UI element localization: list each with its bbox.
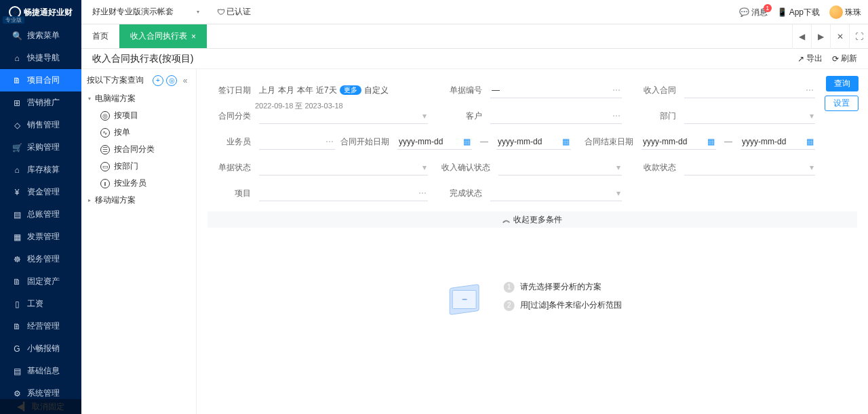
verified-chip[interactable]: 🛡 已认证 xyxy=(217,6,251,18)
filter-area: 查询 设置 签订日期 上月 本月 本年 近7天 更多 自定义 xyxy=(197,69,868,414)
account-selector[interactable]: 好业财专业版演示帐套 ▾ xyxy=(88,6,203,18)
app-download-button[interactable]: 📱 App下载 xyxy=(777,7,820,18)
sidebar-item-1[interactable]: ⌂快捷导航 xyxy=(0,47,81,69)
settings-button[interactable]: 设置 xyxy=(825,96,859,111)
sidebar-item-12[interactable]: ▯工资 xyxy=(0,293,81,315)
leaf-icon: ◎ xyxy=(100,111,110,121)
messages-button[interactable]: 💬 消息 1 xyxy=(739,7,768,18)
sidebar-label: 系统管理 xyxy=(27,388,60,399)
sidebar-icon: 🗎 xyxy=(12,322,22,331)
tab-prev-button[interactable]: ◀ xyxy=(792,24,811,49)
scheme-title: 按以下方案查询 xyxy=(87,75,150,86)
shield-icon: 🛡 xyxy=(217,7,225,17)
receipt-status-select[interactable]: ▾ xyxy=(684,159,816,175)
page-actions: ↗导出 ⟳刷新 xyxy=(797,53,857,64)
income-contract-input[interactable]: ⋯ xyxy=(684,82,816,98)
sidebar-item-8[interactable]: ▤总账管理 xyxy=(0,203,81,226)
salesman-input[interactable]: ⋯ xyxy=(259,133,335,150)
sidebar-item-4[interactable]: ◇销售管理 xyxy=(0,114,81,136)
doc-status-select[interactable]: ▾ xyxy=(259,159,428,175)
scheme-leaf-0-2[interactable]: ☰按合同分类 xyxy=(99,141,191,158)
top-bar: ✧ 畅捷通好业财 专业版 好业财专业版演示帐套 ▾ 🛡 已认证 💬 消息 1 📱… xyxy=(0,0,868,24)
sidebar-item-10[interactable]: ☸税务管理 xyxy=(0,248,81,270)
collapse-more-label: 收起更多条件 xyxy=(513,214,562,226)
date-ph: yyyy-mm-dd xyxy=(742,137,786,146)
sidebar-icon: ☸ xyxy=(12,255,22,264)
sidebar-item-3[interactable]: ⊞营销推广 xyxy=(0,91,81,114)
scheme-leaf-0-0[interactable]: ◎按项目 xyxy=(99,107,191,124)
sidebar-icon: 🗎 xyxy=(12,277,22,287)
sidebar-item-14[interactable]: G小畅报销 xyxy=(0,337,81,360)
contract-start-from[interactable]: yyyy-mm-dd▦ xyxy=(397,133,472,150)
scheme-leaf-0-4[interactable]: ⫾按业务员 xyxy=(99,175,191,192)
complete-select[interactable]: ▾ xyxy=(490,185,622,201)
customer-input[interactable]: ⋯ xyxy=(490,108,622,124)
collapse-panel-button[interactable]: « xyxy=(180,75,191,86)
scheme-group-0[interactable]: ▾电脑端方案 xyxy=(87,90,191,107)
sidebar-item-6[interactable]: ⌂库存核算 xyxy=(0,159,81,181)
tab-home[interactable]: 首页 xyxy=(81,24,119,48)
account-name: 好业财专业版演示帐套 xyxy=(92,6,174,18)
date-opt-prevmonth[interactable]: 上月 xyxy=(259,85,275,96)
scheme-leaf-0-3[interactable]: ▭按部门 xyxy=(99,158,191,175)
sidebar-item-11[interactable]: 🗎固定资产 xyxy=(0,270,81,293)
brand-block: ✧ 畅捷通好业财 专业版 xyxy=(0,0,81,24)
export-button[interactable]: ↗导出 xyxy=(797,53,823,64)
user-menu[interactable]: 珠珠 xyxy=(829,5,861,19)
doc-no-input[interactable]: —⋯ xyxy=(490,82,622,98)
sidebar-item-13[interactable]: 🗎经营管理 xyxy=(0,315,81,337)
tab-fullscreen-button[interactable]: ⛶ xyxy=(849,24,868,49)
sidebar-item-7[interactable]: ¥资金管理 xyxy=(0,181,81,203)
scheme-leaf-0-1[interactable]: ∿按单 xyxy=(99,124,191,141)
date-opt-7days[interactable]: 近7天 xyxy=(316,85,337,96)
refresh-button[interactable]: ⟳刷新 xyxy=(832,53,857,64)
tab-tools: ◀ ▶ ✕ ⛶ xyxy=(792,24,868,48)
income-confirm-select[interactable]: ▾ xyxy=(498,159,622,175)
calendar-icon: ▦ xyxy=(463,137,471,146)
sidebar-label: 项目合同 xyxy=(27,75,60,86)
sidebar-item-15[interactable]: ▤基础信息 xyxy=(0,360,81,382)
sidebar-label: 营销推广 xyxy=(27,97,60,108)
collapse-more-button[interactable]: ︽ 收起更多条件 xyxy=(208,211,857,228)
sidebar-label: 搜索菜单 xyxy=(27,30,60,41)
date-ph: yyyy-mm-dd xyxy=(399,137,443,146)
sidebar-icon: ⚙ xyxy=(12,389,22,398)
sidebar-item-2[interactable]: 🗎项目合同 xyxy=(0,69,81,91)
sidebar-item-9[interactable]: ▦发票管理 xyxy=(0,226,81,248)
sidebar-label: 采购管理 xyxy=(27,142,60,153)
scheme-group-1[interactable]: ▸移动端方案 xyxy=(87,192,191,209)
date-opt-custom[interactable]: 自定义 xyxy=(364,85,389,96)
query-button[interactable]: 查询 xyxy=(826,76,859,91)
page-title: 收入合同执行表(按项目) xyxy=(92,53,193,65)
add-scheme-button[interactable]: + xyxy=(153,75,163,86)
topbar-right: 💬 消息 1 📱 App下载 珠珠 xyxy=(739,0,861,24)
refresh-label: 刷新 xyxy=(841,53,857,64)
contract-end-from[interactable]: yyyy-mm-dd▦ xyxy=(642,133,716,150)
sidebar-icon: ⌂ xyxy=(12,54,22,63)
close-icon[interactable]: × xyxy=(191,32,196,41)
contract-start-to[interactable]: yyyy-mm-dd▦ xyxy=(496,133,571,150)
project-input[interactable]: ⋯ xyxy=(259,185,428,201)
scheme-head: 按以下方案查询 + ◎ « xyxy=(87,75,191,86)
tab-close-all-button[interactable]: ✕ xyxy=(830,24,849,49)
brand-name: 畅捷通好业财 xyxy=(24,7,73,18)
chat-icon: 💬 xyxy=(739,7,749,17)
tab-active[interactable]: 收入合同执行表 × xyxy=(119,24,207,48)
scheme-leaf-label: 按部门 xyxy=(114,161,138,172)
refresh-icon: ⟳ xyxy=(832,54,839,64)
sidebar-item-5[interactable]: 🛒采购管理 xyxy=(0,136,81,159)
sidebar-item-0[interactable]: 🔍搜索菜单 xyxy=(0,24,81,47)
dept-select[interactable]: ▾ xyxy=(684,108,816,124)
sidebar-unpin[interactable]: ◀▎ 取消固定 xyxy=(0,399,81,414)
scheme-settings-button[interactable]: ◎ xyxy=(166,75,177,86)
date-opt-more[interactable]: 更多 xyxy=(340,85,361,95)
date-opt-thismonth[interactable]: 本月 xyxy=(278,85,294,96)
contract-end-to[interactable]: yyyy-mm-dd▦ xyxy=(741,133,815,150)
leaf-icon: ∿ xyxy=(100,128,110,138)
label-complete: 完成状态 xyxy=(433,188,482,199)
tab-next-button[interactable]: ▶ xyxy=(811,24,830,49)
tab-active-label: 收入合同执行表 xyxy=(130,30,187,42)
sidebar-icon: 🗎 xyxy=(12,76,22,85)
date-opt-thisyear[interactable]: 本年 xyxy=(297,85,313,96)
chevron-down-icon: ▾ xyxy=(810,111,814,121)
